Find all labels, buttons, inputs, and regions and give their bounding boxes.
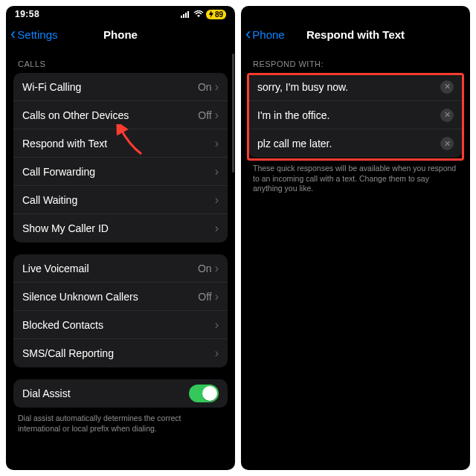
page-title: Phone [103, 28, 138, 41]
section-header-calls: CALLS [6, 48, 235, 73]
close-icon: ✕ [444, 111, 451, 119]
chevron-left-icon: ‹ [10, 26, 16, 42]
row-live-voicemail[interactable]: Live Voicemail On › [13, 254, 228, 283]
chevron-right-icon: › [215, 318, 219, 332]
back-label: Settings [17, 28, 57, 41]
chevron-right-icon: › [215, 109, 219, 122]
row-call-forwarding[interactable]: Call Forwarding › [13, 158, 228, 186]
calls-group: Wi-Fi Calling On › Calls on Other Device… [13, 73, 228, 242]
chevron-right-icon: › [215, 290, 219, 303]
signal-icon [181, 10, 191, 18]
chevron-right-icon: › [215, 262, 219, 275]
responses-group: sorry, I'm busy now. ✕ I'm in the office… [248, 73, 463, 158]
row-calls-other-devices[interactable]: Calls on Other Devices Off › [13, 101, 228, 129]
response-field-2[interactable]: I'm in the office. ✕ [248, 101, 463, 129]
page-title: Respond with Text [306, 28, 405, 41]
svg-rect-3 [187, 11, 189, 18]
dial-assist-toggle[interactable] [189, 385, 219, 402]
row-respond-with-text[interactable]: Respond with Text › [13, 129, 228, 158]
row-dial-assist[interactable]: Dial Assist [13, 379, 228, 408]
responses-footer: These quick responses will be available … [241, 161, 470, 203]
group-2: Live Voicemail On › Silence Unknown Call… [13, 254, 228, 367]
nav-bar: ‹ Settings Phone [6, 21, 235, 48]
dial-assist-group: Dial Assist [13, 379, 228, 408]
close-icon: ✕ [444, 140, 451, 148]
clear-button[interactable]: ✕ [440, 137, 454, 150]
row-show-caller-id[interactable]: Show My Caller ID › [13, 214, 228, 242]
chevron-right-icon: › [215, 165, 219, 178]
chevron-right-icon: › [215, 193, 219, 207]
status-bar: 19:58 89 [6, 6, 235, 21]
section-header-respond: RESPOND WITH: [241, 48, 470, 73]
svg-rect-1 [183, 14, 184, 18]
response-field-1[interactable]: sorry, I'm busy now. ✕ [248, 73, 463, 101]
right-screenshot: ‹ Phone Respond with Text RESPOND WITH: … [241, 6, 470, 470]
clear-button[interactable]: ✕ [440, 109, 454, 122]
chevron-left-icon: ‹ [245, 26, 251, 42]
nav-bar: ‹ Phone Respond with Text [241, 21, 470, 48]
status-time: 19:58 [15, 9, 39, 19]
close-icon: ✕ [444, 83, 451, 91]
dial-assist-footer: Dial assist automatically determines the… [6, 411, 235, 443]
chevron-right-icon: › [215, 222, 219, 235]
row-sms-call-reporting[interactable]: SMS/Call Reporting › [13, 339, 228, 367]
row-blocked-contacts[interactable]: Blocked Contacts › [13, 311, 228, 339]
chevron-right-icon: › [215, 137, 219, 150]
bolt-icon [209, 10, 213, 18]
chevron-right-icon: › [215, 80, 219, 94]
status-icons: 89 [181, 10, 226, 19]
back-label: Phone [252, 28, 284, 41]
svg-rect-2 [185, 13, 187, 18]
svg-rect-0 [181, 16, 182, 18]
battery-indicator: 89 [206, 10, 226, 19]
back-button[interactable]: ‹ Phone [245, 26, 285, 42]
back-button[interactable]: ‹ Settings [10, 26, 58, 42]
clear-button[interactable]: ✕ [440, 80, 454, 94]
scroll-indicator[interactable] [232, 54, 234, 173]
left-screenshot: 19:58 89 ‹ Settings Phone CALLS Wi-Fi Ca… [6, 6, 235, 470]
row-call-waiting[interactable]: Call Waiting › [13, 186, 228, 214]
response-field-3[interactable]: plz call me later. ✕ [248, 129, 463, 158]
chevron-right-icon: › [215, 347, 219, 360]
wifi-icon [193, 10, 204, 18]
row-silence-unknown[interactable]: Silence Unknown Callers Off › [13, 283, 228, 311]
row-wifi-calling[interactable]: Wi-Fi Calling On › [13, 73, 228, 101]
